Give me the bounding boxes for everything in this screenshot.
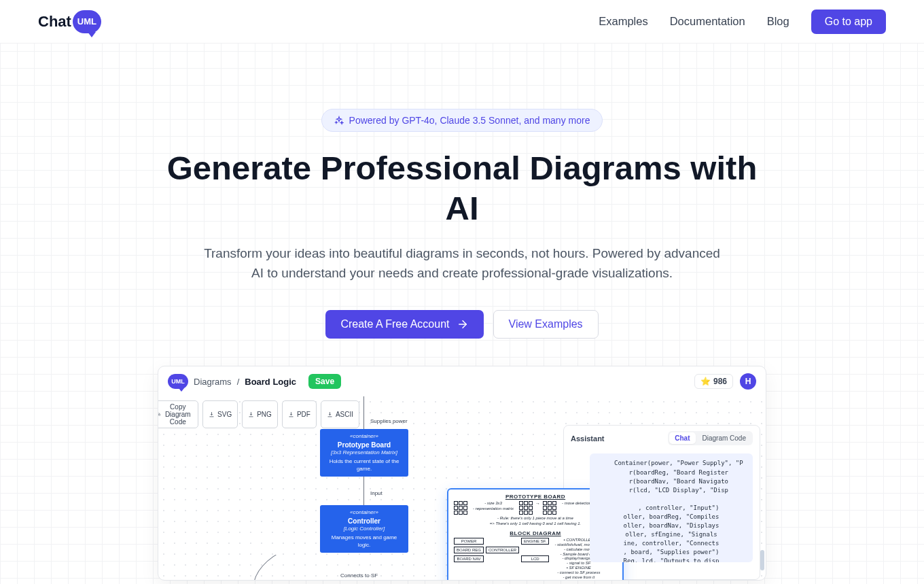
panel-scrollbar-thumb[interactable] (760, 550, 764, 570)
node2-stereo: «container» (325, 509, 403, 516)
sketch-grid-icon (543, 501, 556, 515)
panel-tabs: Chat Diagram Code (668, 431, 753, 445)
sketch-grid-icon (454, 501, 467, 515)
node2-name: Controller (325, 517, 403, 526)
sk-box-nav: BOARD NAV (454, 555, 484, 562)
nav-documentation[interactable]: Documentation (670, 15, 745, 28)
copy-code-button[interactable]: Copy Diagram Code (158, 400, 198, 428)
hero-title: Generate Professional Diagrams with AI (156, 148, 768, 228)
credits-pill[interactable]: ⭐ 986 (694, 374, 733, 389)
assistant-label: Assistant (571, 434, 605, 443)
connector-line (363, 396, 364, 429)
sk-box-board: BOARD REG (454, 547, 484, 553)
credits-value: 986 (713, 377, 727, 386)
save-button[interactable]: Save (308, 374, 341, 389)
diagram-canvas[interactable]: Copy Diagram Code SVG PNG PDF (158, 396, 563, 580)
app-screenshot: UML Diagrams / Board Logic Save ⭐ 986 H (158, 366, 766, 581)
panel-scrollbar-track (760, 400, 764, 576)
assistant-code-bubble[interactable]: Container(power, "Power Supply", "P r(bo… (590, 453, 753, 562)
create-account-button[interactable]: Create A Free Account (325, 310, 483, 339)
arrow-right-icon (457, 318, 469, 330)
download-icon (288, 411, 294, 417)
sketch-grid-icon (519, 501, 533, 515)
badge-text: Powered by GPT-4o, Claude 3.5 Sonnet, an… (349, 115, 590, 126)
download-icon (248, 411, 254, 417)
hero-subtitle: Transform your ideas into beautiful diag… (197, 243, 727, 284)
download-icon (327, 411, 333, 417)
assistant-panel: Assistant Chat Diagram Code Container(po… (563, 425, 760, 580)
ascii-label: ASCII (336, 411, 353, 418)
download-icon (209, 411, 215, 417)
primary-cta-label: Create A Free Account (340, 318, 449, 330)
sk-box-controller: CONTROLLER (486, 547, 519, 553)
main-nav: Examples Documentation Blog Go to app (599, 10, 886, 34)
export-svg-button[interactable]: SVG (202, 400, 238, 428)
export-png-button[interactable]: PNG (242, 400, 278, 428)
crumb-current: Board Logic (245, 377, 296, 387)
logo[interactable]: Chat UML (38, 10, 101, 33)
edge-connects-label: Connects to SF (340, 572, 378, 579)
edge-supplies-label: Supplies power (370, 418, 408, 424)
hero-section: Powered by GPT-4o, Claude 3.5 Sonnet, an… (0, 44, 924, 581)
go-to-app-button[interactable]: Go to app (811, 10, 886, 34)
export-pdf-button[interactable]: PDF (282, 400, 317, 428)
export-toolbar: Copy Diagram Code SVG PNG PDF (158, 400, 359, 428)
sk-box-lcd: LCD (521, 555, 549, 562)
site-header: Chat UML Examples Documentation Blog Go … (0, 0, 924, 44)
sketch-notes-left: - size 3x3- representation matrix (473, 501, 514, 515)
nav-examples[interactable]: Examples (599, 15, 647, 28)
mock-body: Copy Diagram Code SVG PNG PDF (158, 396, 766, 580)
edge-input-label: Input (370, 490, 383, 496)
breadcrumb: UML Diagrams / Board Logic Save (168, 374, 341, 389)
mock-logo: UML (168, 374, 188, 389)
crumb-root: Diagrams (194, 377, 232, 387)
tab-diagram-code[interactable]: Diagram Code (697, 432, 751, 444)
tab-chat[interactable]: Chat (669, 432, 695, 444)
mock-right-controls: ⭐ 986 H (694, 373, 756, 390)
star-icon: ⭐ (700, 377, 711, 386)
crumb-separator: / (237, 377, 240, 387)
node1-sub: [3x3 Representation Matrix] (325, 449, 403, 456)
node1-name: Prototype Board (325, 441, 403, 449)
sk-box-power: POWER (454, 538, 484, 545)
powered-by-badge: Powered by GPT-4o, Claude 3.5 Sonnet, an… (321, 109, 603, 132)
connector-line (363, 477, 364, 505)
pdf-label: PDF (297, 411, 310, 418)
panel-header: Assistant Chat Diagram Code (564, 426, 760, 451)
node2-sub: [Logic Controller] (325, 526, 403, 532)
sketch-move-note: - move detector (562, 501, 590, 515)
nav-blog[interactable]: Blog (767, 15, 789, 28)
sk-box-engine: ENGINE SF. (521, 538, 549, 545)
sparkle-icon (334, 116, 344, 125)
logo-bubble: UML (73, 10, 101, 33)
export-ascii-button[interactable]: ASCII (321, 400, 359, 428)
mock-titlebar: UML Diagrams / Board Logic Save ⭐ 986 H (158, 366, 766, 396)
svg-label: SVG (217, 411, 232, 418)
copy-code-label: Copy Diagram Code (164, 403, 193, 426)
node1-desc: Holds the current state of the game. (325, 458, 403, 473)
cta-row: Create A Free Account View Examples (0, 310, 924, 339)
node-prototype-board[interactable]: «container» Prototype Board [3x3 Represe… (320, 429, 408, 477)
view-examples-button[interactable]: View Examples (493, 310, 599, 339)
png-label: PNG (257, 411, 272, 418)
logo-text: Chat (38, 13, 71, 31)
node1-stereo: «container» (325, 433, 403, 440)
copy-icon (158, 411, 160, 417)
avatar[interactable]: H (740, 373, 756, 390)
